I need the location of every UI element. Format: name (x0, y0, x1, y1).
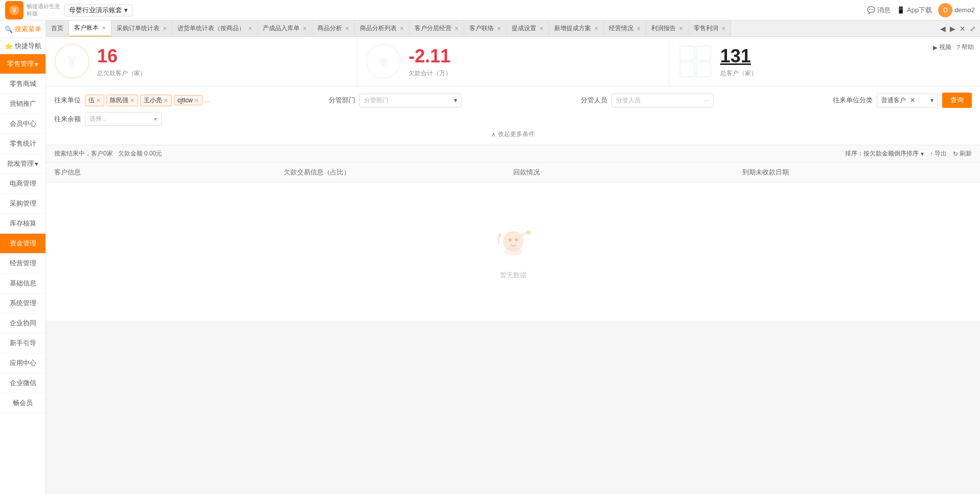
sidebar-item-new-guide[interactable]: 新手引导 (0, 333, 45, 353)
tab-next-button[interactable]: ▶ (949, 24, 956, 34)
filter-unit-class-select[interactable]: 普通客户 ✕ ▾ (877, 94, 938, 107)
sidebar-item-inventory[interactable]: 库存核算 (0, 214, 45, 234)
sidebar-item-marketing[interactable]: 营销推广 (0, 94, 45, 114)
tab-close-icon[interactable]: ✕ (102, 25, 106, 31)
tab-close-icon[interactable]: ✕ (454, 26, 459, 31)
sidebar-item-ecommerce[interactable]: 电商管理 (0, 174, 45, 194)
help-link[interactable]: ? 帮助 (956, 43, 974, 52)
video-link[interactable]: ▶ 视频 (933, 43, 951, 52)
stat-debt-value: -2.11 (408, 45, 658, 67)
sidebar-item-purchase[interactable]: 采购管理 (0, 194, 45, 214)
export-button[interactable]: ↑ 导出 (930, 149, 947, 158)
chevron-down-icon: ▾ (454, 97, 457, 104)
account-selector[interactable]: 母婴行业演示账套 ▾ (64, 4, 132, 16)
filter-dept-select[interactable]: 分管部门 ▾ (359, 94, 462, 107)
tab-new-promote-plan[interactable]: 新增提成方案 ✕ (549, 20, 604, 37)
sidebar-item-system[interactable]: 系统管理 (0, 294, 45, 313)
tab-prev-button[interactable]: ◀ (939, 24, 947, 34)
col-customer-info: 客户信息 (54, 168, 284, 177)
stat-customers-label: 总欠款客户（家） (97, 69, 146, 78)
sidebar-quick-nav[interactable]: ⭐ 快捷导航 (0, 38, 45, 54)
top-bar: ¥ 畅捷通好生意 标版 母婴行业演示账套 ▾ 💬 消息 📱 App下载 D de… (0, 0, 980, 20)
tab-close-icon[interactable]: ✕ (539, 26, 543, 31)
content-area: 首页 客户账本 ✕ 采购订单统计表 ✕ 进货单统计表（按商品） ✕ 产成品入库单… (46, 20, 980, 494)
tab-product-analysis-list[interactable]: 商品分析列表 ✕ (355, 20, 409, 37)
star-icon: ⭐ (5, 42, 13, 50)
download-icon: 📱 (897, 6, 905, 14)
tag-close-icon[interactable]: ✕ (130, 97, 134, 104)
tab-close-icon[interactable]: ✕ (497, 26, 501, 31)
search-icon: 🔍 (5, 26, 13, 33)
collapse-filters-button[interactable]: ∧ 收起更多条件 (54, 130, 972, 139)
sidebar-search[interactable]: 🔍 搜索菜单 (0, 20, 45, 38)
sidebar-item-basic-info[interactable]: 基础信息 (0, 274, 45, 294)
tab-promote-settings[interactable]: 提成设置 ✕ (507, 20, 549, 37)
filter-unit-label: 往来单位 (54, 96, 81, 105)
sidebar-item-wholesale[interactable]: 批发管理 ▾ (0, 154, 45, 174)
tab-close-icon[interactable]: ✕ (400, 26, 404, 31)
sort-select[interactable]: 排序：按欠款金额倒序排序 ▾ (845, 149, 924, 158)
sidebar-item-capital[interactable]: 资金管理 (0, 234, 45, 254)
filter-tag-4[interactable]: cjttcw ✕ (174, 95, 202, 105)
sidebar-item-retail-stats[interactable]: 零售统计 (0, 134, 45, 154)
filter-more-tags[interactable]: ... (204, 97, 210, 104)
tab-close-icon[interactable]: ✕ (721, 26, 725, 31)
filter-tag-2[interactable]: 陈民强 ✕ (106, 95, 138, 106)
tag-close-icon[interactable]: ✕ (910, 97, 915, 104)
svg-point-14 (527, 231, 531, 235)
chevron-down-icon: ▾ (930, 97, 933, 104)
tab-customer-contact[interactable]: 客户联络 ✕ (464, 20, 507, 37)
filter-tag-3[interactable]: 王小亮 ✕ (140, 95, 172, 106)
stat-debt-label: 欠款合计（万） (408, 69, 658, 78)
tab-operation-status[interactable]: 经营情况 ✕ (604, 20, 646, 37)
tab-bar: 首页 客户账本 ✕ 采购订单统计表 ✕ 进货单统计表（按商品） ✕ 产成品入库单… (46, 20, 980, 37)
data-table: 客户信息 欠款交易信息（占比） 回款情况 到期未收款日期 (46, 163, 980, 321)
message-icon: 💬 (867, 6, 875, 14)
tab-product-analysis[interactable]: 商品分析 ✕ (312, 20, 355, 37)
refresh-button[interactable]: ↻ 刷新 (953, 149, 972, 158)
tab-close-icon[interactable]: ✕ (303, 26, 307, 31)
filter-tag-1[interactable]: 伍 ✕ (85, 95, 104, 106)
tab-customer-capital[interactable]: 客户账本 ✕ (69, 20, 111, 37)
sidebar-item-retail[interactable]: 零售管理 ▾ (0, 54, 45, 74)
tab-close-icon[interactable]: ✕ (163, 26, 167, 31)
filter-person-input[interactable]: 分管人员 ··· (611, 94, 714, 107)
sidebar-item-member[interactable]: 会员中心 (0, 114, 45, 134)
video-icon: ▶ (933, 44, 938, 51)
tab-close-all-button[interactable]: ✕ (959, 24, 967, 34)
empty-state: 暂无数据 (46, 183, 980, 321)
query-button[interactable]: 查询 (942, 93, 972, 108)
tab-purchase-order[interactable]: 采购订单统计表 ✕ (111, 20, 172, 37)
tab-close-icon[interactable]: ✕ (248, 26, 252, 31)
tag-close-icon[interactable]: ✕ (194, 97, 199, 104)
export-icon: ↑ (930, 150, 933, 158)
sidebar-item-enterprise-wechat[interactable]: 企业微信 (0, 373, 45, 393)
tab-close-icon[interactable]: ✕ (636, 26, 641, 31)
sidebar-item-vip[interactable]: 畅会员 (0, 393, 45, 413)
messages-button[interactable]: 💬 消息 (867, 6, 891, 15)
tab-close-icon[interactable]: ✕ (679, 26, 683, 31)
sidebar-item-app-center[interactable]: 应用中心 (0, 353, 45, 373)
chevron-down-icon: ▾ (921, 150, 924, 158)
tab-maximize-button[interactable]: ⤢ (969, 24, 977, 34)
tab-profit-report[interactable]: 利润报告 ✕ (646, 20, 689, 37)
sidebar-item-enterprise[interactable]: 企业协同 (0, 313, 45, 333)
svg-rect-8 (680, 62, 694, 77)
tab-home[interactable]: 首页 (46, 20, 69, 37)
results-bar: 搜索结果中，客户0家 欠款金额 0.00元 排序：按欠款金额倒序排序 ▾ ↑ 导… (46, 145, 980, 163)
stat-total-debt: -2.11 欠款合计（万） (357, 37, 669, 86)
tab-close-icon[interactable]: ✕ (345, 26, 349, 31)
tab-product-inbound[interactable]: 产成品入库单 ✕ (258, 20, 312, 37)
tab-retail-profit[interactable]: 零售利润 ✕ (689, 20, 731, 37)
tab-close-icon[interactable]: ✕ (594, 26, 598, 31)
filter-balance-select[interactable]: 选择... ▾ (85, 112, 162, 126)
tab-purchase-stats[interactable]: 进货单统计表（按商品） ✕ (172, 20, 258, 37)
filter-row-1: 往来单位 伍 ✕ 陈民强 ✕ 王小亮 ✕ (54, 93, 972, 108)
tab-customer-tier[interactable]: 客户分层经营 ✕ (409, 20, 464, 37)
sidebar-item-retail-shop[interactable]: 零售商城 (0, 74, 45, 94)
user-avatar[interactable]: D demo2 (938, 3, 975, 17)
tag-close-icon[interactable]: ✕ (164, 97, 168, 104)
sidebar-item-operation[interactable]: 经营管理 (0, 254, 45, 274)
app-download-button[interactable]: 📱 App下载 (897, 6, 932, 15)
tag-close-icon[interactable]: ✕ (96, 97, 101, 104)
